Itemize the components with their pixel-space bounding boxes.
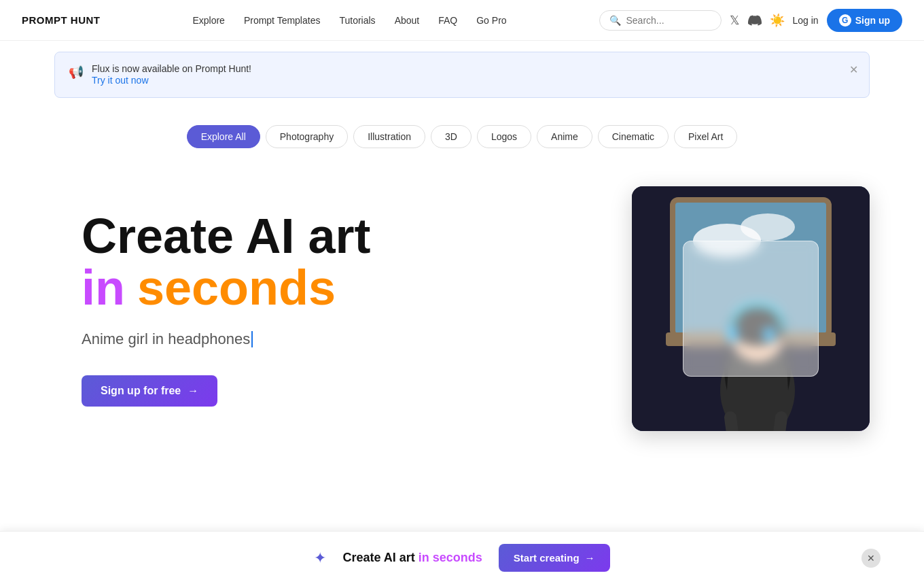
brand-logo: PROMPT HUNT	[22, 14, 101, 26]
search-icon: 🔍	[609, 15, 621, 26]
nav-right: 🔍 𝕏 ☀️ Log in G Sign up	[599, 9, 902, 32]
tab-cinematic[interactable]: Cinematic	[598, 125, 669, 148]
search-input[interactable]	[626, 15, 711, 26]
banner-close-button[interactable]: ✕	[849, 63, 858, 76]
hero-seconds-word: seconds	[137, 262, 336, 314]
banner-content: Flux is now available on Prompt Hunt! Tr…	[92, 63, 251, 86]
tab-3d[interactable]: 3D	[431, 125, 472, 148]
announcement-banner: 📢 Flux is now available on Prompt Hunt! …	[54, 52, 870, 98]
hero-image-area	[632, 186, 870, 431]
theme-toggle-icon[interactable]: ☀️	[770, 13, 785, 28]
twitter-icon[interactable]: 𝕏	[730, 13, 740, 28]
tab-explore-all[interactable]: Explore All	[187, 125, 260, 148]
hero-title-line1: Create AI art	[82, 211, 435, 262]
hero-image	[632, 186, 870, 431]
banner-icon: 📢	[69, 65, 84, 80]
hero-image-bg	[632, 186, 870, 431]
hero-cta-arrow: →	[188, 385, 198, 397]
nav-explore[interactable]: Explore	[192, 15, 224, 26]
cursor-blink	[251, 331, 253, 347]
nav-faq[interactable]: FAQ	[438, 15, 457, 26]
tab-logos[interactable]: Logos	[477, 125, 531, 148]
category-tabs: Explore All Photography Illustration 3D …	[0, 109, 924, 159]
tab-photography[interactable]: Photography	[266, 125, 348, 148]
tab-illustration[interactable]: Illustration	[353, 125, 425, 148]
hero-title-line2: in seconds	[82, 262, 435, 314]
google-icon: G	[839, 14, 851, 27]
nav-tutorials[interactable]: Tutorials	[339, 15, 375, 26]
svg-point-4	[741, 213, 795, 241]
hero-prompt-display: Anime girl in headphones	[82, 330, 435, 348]
nav-links: Explore Prompt Templates Tutorials About…	[192, 15, 506, 26]
discord-icon[interactable]	[748, 14, 762, 27]
search-bar[interactable]: 🔍	[599, 10, 722, 31]
tab-pixel-art[interactable]: Pixel Art	[674, 125, 737, 148]
nav-prompt-templates[interactable]: Prompt Templates	[244, 15, 321, 26]
login-button[interactable]: Log in	[793, 15, 819, 26]
hero-cta-label: Sign up for free	[101, 385, 181, 397]
navbar: PROMPT HUNT Explore Prompt Templates Tut…	[0, 0, 924, 41]
signup-button[interactable]: G Sign up	[827, 9, 902, 32]
frosted-card	[683, 241, 819, 377]
hero-cta-button[interactable]: Sign up for free →	[82, 375, 217, 407]
hero-content: Create AI art in seconds Anime girl in h…	[82, 211, 435, 406]
banner-message: Flux is now available on Prompt Hunt!	[92, 63, 251, 74]
banner-link[interactable]: Try it out now	[92, 75, 149, 86]
tab-anime[interactable]: Anime	[537, 125, 592, 148]
hero-prompt-text: Anime girl in headphones	[82, 330, 250, 348]
hero-in-word: in	[82, 262, 125, 314]
hero-section: Create AI art in seconds Anime girl in h…	[0, 159, 924, 472]
nav-go-pro[interactable]: Go Pro	[476, 15, 506, 26]
nav-about[interactable]: About	[395, 15, 420, 26]
